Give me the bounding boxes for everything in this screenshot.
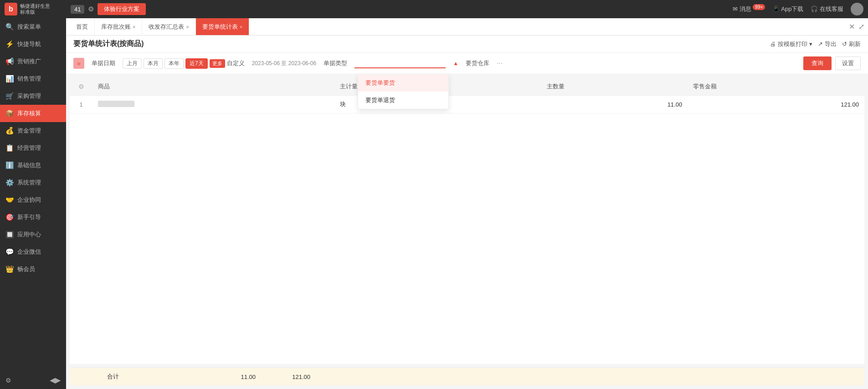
- sidebar-item-wechat[interactable]: 💬 企业微信: [0, 243, 66, 261]
- sidebar-item-label: 快捷导航: [17, 40, 41, 48]
- setting-button[interactable]: 设置: [835, 56, 861, 70]
- sidebar-item-label: 新手引导: [17, 213, 41, 221]
- sidebar-item-guide[interactable]: 🎯 新手引导: [0, 209, 66, 226]
- more-dates-badge[interactable]: 更多: [210, 59, 225, 68]
- sidebar-item-finance[interactable]: 💰 资金管理: [0, 122, 66, 139]
- filter-bar: » 单据日期 上月 本月 本年 近7天 更多 自定义 2023-05-06 至 …: [66, 53, 868, 74]
- sidebar-item-label: 采购管理: [17, 92, 41, 100]
- custom-date-label: 自定义: [227, 59, 245, 67]
- sidebar-bottom: ⚙ ◀▶: [0, 371, 66, 389]
- product-cell-blur: [98, 101, 134, 107]
- grid-icon: 🔲: [5, 230, 14, 239]
- info-icon: ℹ️: [5, 161, 14, 169]
- refresh-icon: ↺: [842, 41, 847, 47]
- sidebar-item-label: 经营管理: [17, 144, 41, 152]
- sidebar-item-system[interactable]: ⚙️ 系统管理: [0, 174, 66, 191]
- sidebar-item-operations[interactable]: 📋 经营管理: [0, 139, 66, 157]
- money-icon: 💰: [5, 127, 14, 135]
- data-table: ⚙ 商品 主计量单位 主数量 零售金额 1: [70, 78, 864, 113]
- sidebar-item-marketing[interactable]: 📢 营销推广: [0, 53, 66, 70]
- search-icon: 🔍: [5, 23, 14, 31]
- tab-bar: 首页 库存批次账 × 收发存汇总表 × 要货单统计表 × ✕ ⤢: [66, 18, 868, 36]
- online-service-btn[interactable]: 🎧 在线客服: [811, 5, 843, 13]
- sidebar-item-enterprise[interactable]: 🤝 企业协同: [0, 191, 66, 209]
- refresh-btn[interactable]: ↺ 刷新: [842, 40, 861, 48]
- tab-close-icon[interactable]: ×: [186, 24, 189, 30]
- th-product: 商品: [92, 78, 334, 96]
- table-header: ⚙ 商品 主计量单位 主数量 零售金额: [70, 78, 864, 96]
- tab-close-all-icon[interactable]: ✕: [849, 22, 855, 31]
- dropdown-option-0[interactable]: 要货单要货: [358, 74, 448, 92]
- gear-icon: ⚙️: [5, 179, 14, 187]
- warehouse-filter-label: 要货仓库: [466, 59, 489, 67]
- box-icon: 📦: [5, 109, 14, 118]
- tab-close-icon[interactable]: ×: [133, 24, 135, 30]
- tab-inventory-batch[interactable]: 库存批次账 ×: [95, 18, 142, 35]
- app-download-btn[interactable]: 📱 App下载: [772, 5, 803, 13]
- tab-close-icon[interactable]: ×: [240, 24, 242, 30]
- notification-label: 消息: [740, 6, 751, 13]
- sidebar-item-label: 资金管理: [17, 127, 41, 135]
- notification-area[interactable]: ✉ 消息 99+: [733, 5, 765, 13]
- refresh-label: 刷新: [849, 40, 861, 48]
- sidebar-item-purchase[interactable]: 🛒 采购管理: [0, 87, 66, 105]
- app-download-label: App下载: [781, 5, 803, 12]
- footer-amount: 121.00: [256, 374, 310, 380]
- megaphone-icon: 📢: [5, 57, 14, 66]
- logo: b 畅捷通好生意 标准版: [5, 3, 71, 15]
- export-btn[interactable]: ↗ 导出: [818, 40, 837, 48]
- export-label: 导出: [825, 40, 837, 48]
- date-filter-group: 上月 本月 本年 近7天 更多 自定义: [123, 58, 245, 69]
- type-dropdown-arrow[interactable]: ▲: [453, 60, 458, 67]
- sidebar-collapse-button[interactable]: ◀▶: [50, 376, 61, 384]
- page-content: 要货单统计表(按商品) 🖨 按模板打印 ▾ ↗ 导出 ↺ 刷新: [66, 36, 868, 389]
- type-filter-input[interactable]: [354, 59, 446, 68]
- sidebar-item-label: 销售管理: [17, 75, 41, 83]
- warehouse-more-btn[interactable]: ···: [497, 59, 503, 67]
- date-btn-last-month[interactable]: 上月: [123, 58, 142, 69]
- date-btn-this-month[interactable]: 本月: [144, 58, 163, 69]
- headset-icon: 🎧: [811, 5, 818, 12]
- bottom-gear-icon[interactable]: ⚙: [5, 377, 11, 384]
- tab-expand-icon[interactable]: ⤢: [858, 22, 864, 31]
- date-btn-this-year[interactable]: 本年: [164, 58, 184, 69]
- sidebar-item-basicinfo[interactable]: ℹ️ 基础信息: [0, 157, 66, 174]
- clipboard-icon: 📋: [5, 144, 14, 152]
- filter-action-buttons: 查询 设置: [803, 56, 861, 70]
- tab-receive-summary[interactable]: 收发存汇总表 ×: [142, 18, 195, 35]
- page-title: 要货单统计表(按商品): [73, 39, 144, 49]
- footer-quantity: 11.00: [201, 374, 256, 380]
- query-button[interactable]: 查询: [803, 56, 832, 70]
- page-header: 要货单统计表(按商品) 🖨 按模板打印 ▾ ↗ 导出 ↺ 刷新: [66, 36, 868, 53]
- sidebar-item-sales[interactable]: 📊 销售管理: [0, 70, 66, 87]
- table-container: ⚙ 商品 主计量单位 主数量 零售金额 1: [70, 78, 864, 364]
- sidebar-item-search[interactable]: 🔍 搜索菜单: [0, 18, 66, 36]
- filter-expand-button[interactable]: »: [73, 58, 84, 69]
- settings-gear-icon[interactable]: ⚙: [88, 5, 94, 13]
- avatar[interactable]: [851, 3, 863, 15]
- tab-order-stats[interactable]: 要货单统计表 ×: [196, 18, 249, 35]
- sidebar-item-inventory[interactable]: 📦 库存核算: [0, 105, 66, 122]
- date-filter-label: 单据日期: [92, 59, 115, 67]
- dropdown-option-1[interactable]: 要货单退货: [358, 92, 448, 109]
- td-quantity: 11.00: [541, 96, 688, 113]
- sidebar-item-label: 库存核算: [17, 109, 41, 118]
- sidebar-item-label: 搜索菜单: [17, 23, 41, 31]
- print-template-label: 按模板打印: [778, 40, 807, 48]
- sidebar-item-appcenter[interactable]: 🔲 应用中心: [0, 226, 66, 243]
- print-template-btn[interactable]: 🖨 按模板打印 ▾: [770, 40, 812, 48]
- target-icon: 🎯: [5, 213, 14, 221]
- sidebar-item-quicknav[interactable]: ⚡ 快捷导航: [0, 36, 66, 53]
- export-icon: ↗: [818, 41, 823, 47]
- handshake-icon: 🤝: [5, 196, 14, 204]
- trial-button[interactable]: 体验行业方案: [98, 3, 146, 15]
- tab-home[interactable]: 首页: [70, 18, 95, 35]
- sidebar-item-members[interactable]: 👑 畅会员: [0, 261, 66, 278]
- column-settings-icon[interactable]: ⚙: [78, 83, 84, 90]
- table-row: 1 块 11.00 121.00: [70, 96, 864, 113]
- date-btn-7days[interactable]: 近7天: [185, 58, 208, 69]
- sidebar-item-label: 畅会员: [17, 265, 35, 273]
- main-layout: 🔍 搜索菜单 ⚡ 快捷导航 📢 营销推广 📊 销售管理 🛒 采购管理 📦 库存核…: [0, 18, 868, 389]
- sidebar: 🔍 搜索菜单 ⚡ 快捷导航 📢 营销推广 📊 销售管理 🛒 采购管理 📦 库存核…: [0, 18, 66, 389]
- sidebar-item-label: 应用中心: [17, 230, 41, 239]
